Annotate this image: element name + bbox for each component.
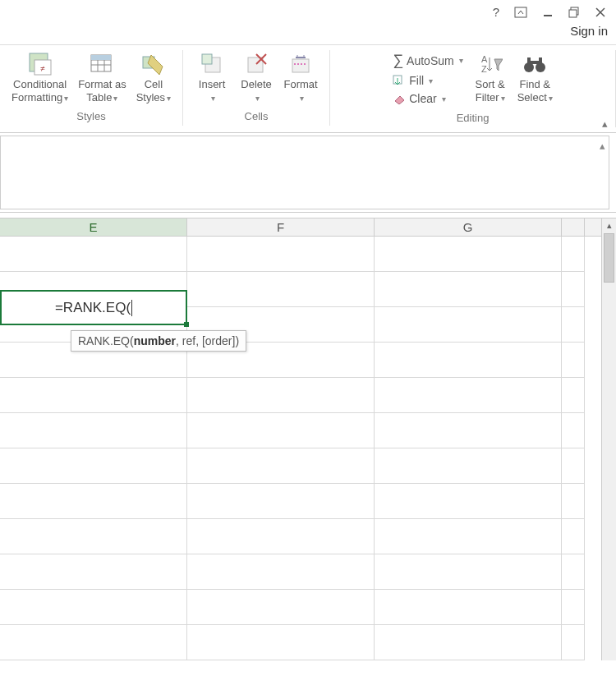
vertical-scrollbar[interactable]: ▴: [601, 218, 616, 660]
conditional-formatting-button[interactable]: ≠ ConditionalFormatting▾: [7, 50, 73, 105]
insert-button[interactable]: Insert▾: [190, 50, 234, 105]
minimize-icon[interactable]: [542, 7, 554, 18]
collapse-ribbon-icon[interactable]: ▴: [602, 117, 608, 130]
svg-rect-0: [515, 7, 526, 17]
column-header-f[interactable]: F: [187, 218, 375, 236]
sort-filter-button[interactable]: AZ Sort &Filter▾: [468, 50, 513, 105]
active-cell-formula: =RANK.EQ(: [55, 300, 131, 316]
svg-text:≠: ≠: [40, 64, 45, 73]
restore-icon[interactable]: [568, 7, 580, 18]
cell-styles-icon: [141, 52, 166, 76]
binoculars-icon: [522, 52, 547, 76]
find-select-button[interactable]: Find &Select▾: [513, 50, 558, 105]
active-cell-editor[interactable]: =RANK.EQ(: [0, 290, 187, 325]
ribbon: ≠ ConditionalFormatting▾ Format asTable▾…: [0, 44, 616, 127]
group-cells-label: Cells: [245, 110, 269, 122]
group-editing: ∑ AutoSum ▾ Fill ▾ Clear ▾: [330, 50, 616, 127]
sign-in-link[interactable]: Sign in: [570, 24, 608, 38]
group-styles: ≠ ConditionalFormatting▾ Format asTable▾…: [0, 50, 183, 126]
format-as-table-button[interactable]: Format asTable▾: [73, 50, 131, 105]
group-styles-label: Styles: [76, 110, 105, 122]
format-button[interactable]: Format▾: [278, 50, 323, 105]
group-editing-label: Editing: [457, 112, 490, 124]
ribbon-display-options-icon[interactable]: [514, 7, 527, 18]
insert-cells-icon: [200, 52, 224, 76]
eraser-icon: [393, 93, 406, 104]
svg-rect-14: [91, 55, 111, 60]
delete-cells-icon: [244, 52, 269, 76]
group-cells: Insert▾ Delete▾ Format▾ Cells: [183, 50, 330, 126]
svg-text:Z: Z: [481, 64, 487, 74]
fill-button[interactable]: Fill ▾: [393, 74, 462, 87]
sort-filter-icon: AZ: [478, 52, 503, 76]
svg-rect-21: [292, 59, 309, 72]
svg-rect-28: [539, 57, 542, 64]
scroll-up-icon[interactable]: ▴: [602, 218, 616, 232]
function-tooltip[interactable]: RANK.EQ(number, ref, [order]): [71, 330, 246, 352]
clear-button[interactable]: Clear ▾: [393, 92, 462, 105]
column-header-partial[interactable]: [562, 218, 585, 236]
column-header-e[interactable]: E: [0, 218, 187, 236]
svg-text:A: A: [481, 54, 488, 64]
spreadsheet-grid[interactable]: E F G =RANK.EQ( RANK.EQ(number, ref, [or…: [0, 218, 601, 660]
cell-styles-button[interactable]: CellStyles▾: [131, 50, 176, 105]
svg-rect-27: [527, 57, 531, 64]
help-icon[interactable]: ?: [493, 5, 499, 19]
format-cells-icon: [288, 52, 313, 76]
svg-rect-17: [202, 54, 212, 64]
sigma-icon: ∑: [393, 52, 403, 69]
svg-rect-29: [531, 61, 539, 64]
delete-button[interactable]: Delete▾: [234, 50, 278, 105]
svg-rect-3: [569, 10, 577, 17]
autosum-button[interactable]: ∑ AutoSum ▾: [393, 52, 462, 69]
fill-down-icon: [393, 75, 406, 86]
formula-bar[interactable]: ▴: [0, 136, 609, 209]
scroll-thumb[interactable]: [604, 233, 614, 283]
fill-handle[interactable]: [184, 322, 189, 327]
conditional-formatting-icon: ≠: [28, 52, 53, 76]
formula-bar-expand-icon[interactable]: ▴: [600, 140, 605, 152]
close-icon[interactable]: [595, 7, 606, 18]
table-icon: [90, 52, 114, 76]
column-header-g[interactable]: G: [375, 218, 562, 236]
